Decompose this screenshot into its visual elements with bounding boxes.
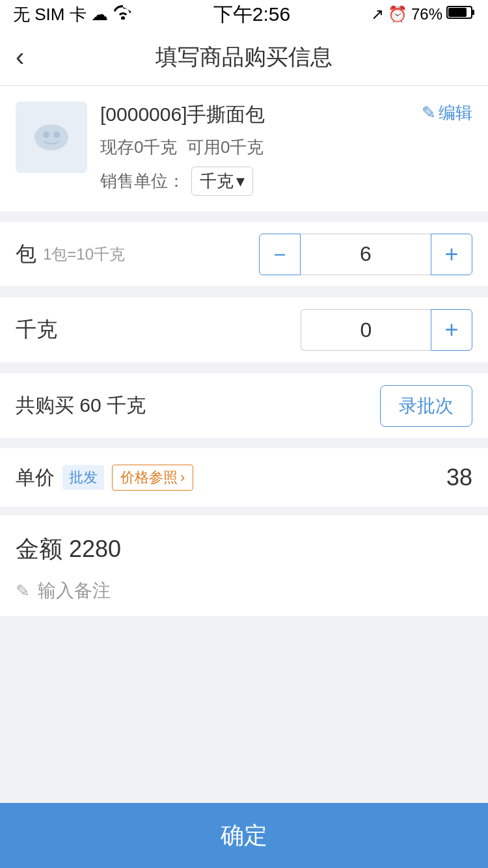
- confirm-button[interactable]: 确定: [0, 803, 488, 868]
- product-name: [0000006]手撕面包: [100, 102, 265, 128]
- status-left: 无 SIM 卡 ☁: [13, 3, 133, 26]
- bao-section: 包 1包=10千克 － +: [0, 222, 488, 287]
- svg-point-3: [34, 124, 68, 150]
- edit-button[interactable]: ✎ 编辑: [422, 102, 472, 124]
- product-info: [0000006]手撕面包 ✎ 编辑 现存0千克 可用0千克 销售单位： 千克 …: [100, 102, 472, 196]
- svg-point-5: [53, 131, 60, 138]
- kg-label: 千克: [16, 316, 57, 344]
- product-image: [16, 102, 87, 173]
- price-label: 单价 批发 价格参照 ›: [16, 465, 193, 491]
- price-value: 38: [446, 464, 472, 491]
- remark-label: 输入备注: [38, 578, 111, 603]
- nav-bar: ‹ 填写商品购买信息: [0, 29, 488, 86]
- price-row: 单价 批发 价格参照 › 38: [16, 464, 472, 491]
- batch-button[interactable]: 录批次: [380, 385, 472, 427]
- tag-pifa: 批发: [62, 465, 104, 490]
- status-right: ↗ ⏰ 76%: [371, 5, 475, 23]
- status-bar: 无 SIM 卡 ☁ 下午2:56 ↗ ⏰ 76%: [0, 0, 488, 29]
- edit-icon: ✎: [422, 103, 436, 123]
- kg-input[interactable]: [301, 309, 431, 351]
- kg-controls: +: [301, 309, 472, 351]
- location-icon: ↗: [371, 5, 384, 23]
- bao-input-row: 包 1包=10千克 － +: [0, 222, 488, 287]
- bao-minus-button[interactable]: －: [259, 234, 301, 275]
- bao-input[interactable]: [301, 234, 431, 275]
- amount-row: 金额 2280: [16, 534, 472, 565]
- unit-select[interactable]: 千克 ▾: [191, 167, 253, 196]
- total-section: 共购买 60 千克 录批次: [0, 373, 488, 438]
- kg-plus-button[interactable]: +: [431, 309, 472, 351]
- kg-input-row: 千克 +: [0, 297, 488, 362]
- amount-value: 2280: [69, 536, 121, 562]
- product-stock: 现存0千克 可用0千克: [100, 136, 472, 159]
- sim-label: 无 SIM 卡 ☁: [13, 3, 108, 26]
- bao-controls: － +: [259, 234, 472, 275]
- price-section: 单价 批发 价格参照 › 38: [0, 448, 488, 508]
- svg-rect-1: [472, 10, 474, 15]
- svg-rect-2: [448, 8, 467, 17]
- status-time: 下午2:56: [213, 1, 290, 28]
- remark-row[interactable]: ✎ 输入备注: [16, 578, 472, 603]
- battery-icon: [446, 5, 475, 23]
- product-unit: 销售单位： 千克 ▾: [100, 167, 472, 196]
- wifi-icon: [113, 5, 133, 23]
- alarm-icon: ⏰: [388, 5, 407, 23]
- price-ref-button[interactable]: 价格参照 ›: [112, 465, 193, 491]
- bao-hint: 1包=10千克: [43, 244, 125, 265]
- product-section: [0000006]手撕面包 ✎ 编辑 现存0千克 可用0千克 销售单位： 千克 …: [0, 86, 488, 211]
- page-title: 填写商品购买信息: [156, 42, 332, 72]
- amount-section: 金额 2280 ✎ 输入备注: [0, 508, 488, 616]
- battery-label: 76%: [411, 5, 442, 23]
- back-button[interactable]: ‹: [16, 42, 24, 72]
- bao-plus-button[interactable]: +: [431, 234, 472, 275]
- svg-point-4: [43, 131, 49, 138]
- kg-section: 千克 +: [0, 297, 488, 362]
- total-row: 共购买 60 千克 录批次: [0, 373, 488, 438]
- bao-label: 包 1包=10千克: [16, 240, 125, 269]
- total-text: 共购买 60 千克: [16, 392, 146, 419]
- pencil-icon: ✎: [16, 581, 30, 601]
